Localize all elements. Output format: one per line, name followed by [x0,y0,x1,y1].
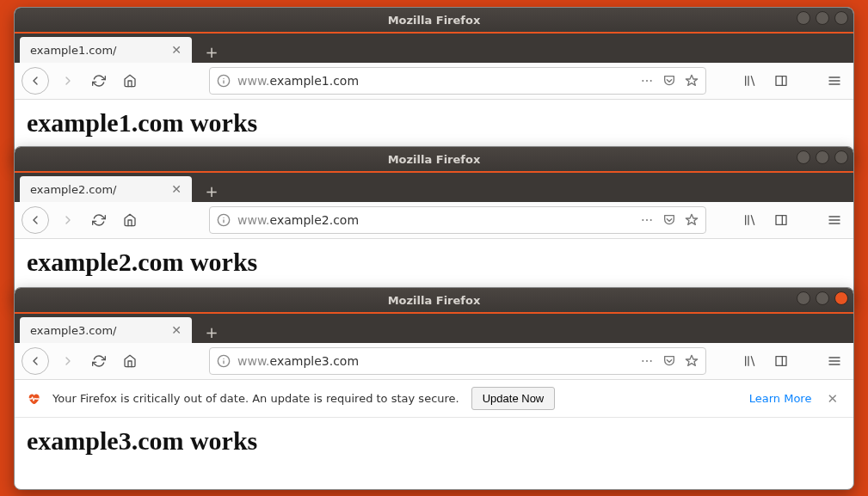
sidebar-button[interactable] [769,208,793,232]
svg-point-10 [646,360,648,362]
tabstrip: example3.com/✕+ [15,312,853,343]
page-heading: example2.com works [27,248,841,277]
svg-point-7 [650,219,652,221]
browser-window: Mozilla Firefoxexample1.com/✕+www.exampl… [14,7,854,163]
close-button[interactable] [834,11,848,25]
page-actions-icon[interactable] [640,213,654,227]
hamburger-menu-button[interactable] [822,349,846,373]
back-button[interactable] [22,347,49,375]
svg-point-2 [646,80,648,82]
url-text: www.example3.com [237,354,359,368]
back-button[interactable] [22,67,49,95]
toolbar: www.example3.com [15,343,853,380]
url-text: www.example1.com [237,74,359,88]
forward-button [56,69,80,93]
page-actions-icon[interactable] [640,74,654,88]
browser-window: Mozilla Firefoxexample2.com/✕+www.exampl… [14,146,854,303]
sidebar-button[interactable] [769,349,793,373]
page-content: example2.com works [15,239,853,285]
update-notification-bar: Your Firefox is critically out of date. … [15,380,853,418]
tabstrip: example2.com/✕+ [15,171,853,202]
maximize-button[interactable] [816,11,829,25]
pocket-icon[interactable] [662,74,676,88]
new-tab-button[interactable]: + [199,180,225,202]
page-content: example3.com works [15,418,853,464]
maximize-button[interactable] [816,150,829,164]
bookmark-star-icon[interactable] [685,74,699,88]
forward-button [56,208,80,232]
page-actions-icon[interactable] [640,354,654,368]
close-button[interactable] [834,291,848,305]
site-info-icon[interactable] [217,354,231,368]
page-content: example1.com works [15,100,853,146]
bookmark-star-icon[interactable] [685,213,699,227]
tab-label: example1.com/ [30,44,117,57]
minimize-button[interactable] [797,291,810,305]
titlebar[interactable]: Mozilla Firefox [15,8,853,32]
back-button[interactable] [22,206,49,234]
svg-point-1 [642,80,643,82]
url-bar[interactable]: www.example3.com [209,347,706,375]
tab-close-icon[interactable]: ✕ [168,43,185,57]
url-bar[interactable]: www.example2.com [209,206,706,234]
svg-point-3 [650,80,652,82]
learn-more-link[interactable]: Learn More [749,392,812,405]
reload-button[interactable] [87,208,111,232]
new-tab-button[interactable]: + [199,40,225,63]
tab-close-icon[interactable]: ✕ [168,323,185,337]
titlebar[interactable]: Mozilla Firefox [15,147,853,171]
forward-button [56,349,80,373]
browser-tab[interactable]: example3.com/✕ [20,317,192,343]
pocket-icon[interactable] [662,354,676,368]
close-button[interactable] [834,150,848,164]
svg-point-5 [642,219,643,221]
site-info-icon[interactable] [217,213,231,227]
reload-button[interactable] [87,69,111,93]
hamburger-menu-button[interactable] [822,208,846,232]
page-heading: example1.com works [27,108,841,138]
tabstrip: example1.com/✕+ [15,32,853,63]
toolbar: www.example1.com [15,63,853,100]
minimize-button[interactable] [797,150,810,164]
maximize-button[interactable] [816,291,829,305]
alert-heart-icon [27,392,40,406]
svg-point-6 [646,219,648,221]
library-button[interactable] [738,208,762,232]
browser-tab[interactable]: example2.com/✕ [20,176,192,202]
tab-label: example3.com/ [30,324,117,337]
home-button[interactable] [118,349,142,373]
svg-point-9 [642,360,643,362]
page-heading: example3.com works [27,426,841,456]
toolbar: www.example2.com [15,202,853,239]
notification-text: Your Firefox is critically out of date. … [52,392,459,405]
library-button[interactable] [738,69,762,93]
minimize-button[interactable] [797,11,810,25]
reload-button[interactable] [87,349,111,373]
update-now-button[interactable]: Update Now [471,387,556,410]
pocket-icon[interactable] [662,213,676,227]
library-button[interactable] [738,349,762,373]
tab-close-icon[interactable]: ✕ [168,182,185,196]
browser-tab[interactable]: example1.com/✕ [20,37,192,63]
home-button[interactable] [118,208,142,232]
url-bar[interactable]: www.example1.com [209,67,706,95]
notification-close-icon[interactable]: ✕ [823,391,841,407]
home-button[interactable] [118,69,142,93]
window-title: Mozilla Firefox [388,294,481,307]
window-title: Mozilla Firefox [388,14,481,27]
bookmark-star-icon[interactable] [685,354,699,368]
browser-window: Mozilla Firefoxexample3.com/✕+www.exampl… [14,287,854,490]
hamburger-menu-button[interactable] [822,69,846,93]
sidebar-button[interactable] [769,69,793,93]
titlebar[interactable]: Mozilla Firefox [15,288,853,312]
tab-label: example2.com/ [30,183,117,196]
new-tab-button[interactable]: + [199,321,225,343]
url-text: www.example2.com [237,213,359,227]
site-info-icon[interactable] [217,74,231,88]
window-title: Mozilla Firefox [388,153,481,166]
svg-point-11 [650,360,652,362]
